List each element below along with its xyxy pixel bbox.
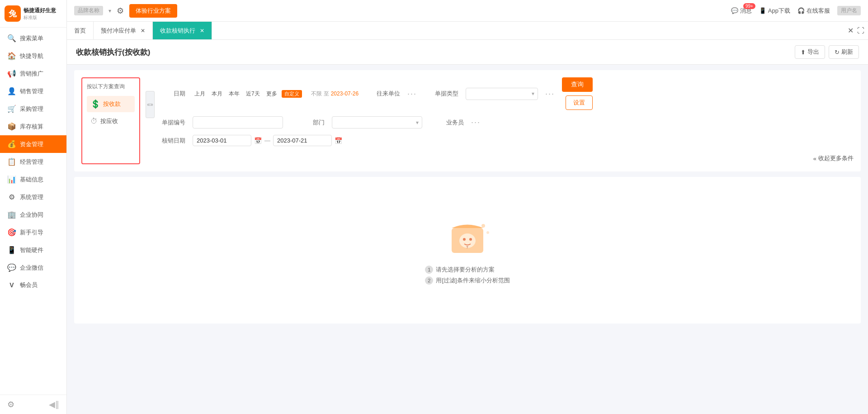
dept-select-wrapper xyxy=(332,116,422,128)
calendar-end-icon[interactable]: 📅 xyxy=(335,137,342,144)
date-more[interactable]: 更多 xyxy=(264,89,279,99)
logo-icon: 兔 xyxy=(5,5,21,22)
empty-illustration: ? xyxy=(440,213,495,258)
app-download-button[interactable]: 📱 App下载 xyxy=(759,7,790,15)
sidebar-item-search[interactable]: 🔍 搜索菜单 xyxy=(0,29,66,47)
operation-icon: 📋 xyxy=(7,157,16,166)
member-icon: V xyxy=(7,281,16,289)
partner-dots-btn[interactable]: ··· xyxy=(407,89,417,99)
sidebar-item-hardware[interactable]: 📱 智能硬件 xyxy=(0,241,66,259)
sidebar-item-collab[interactable]: 🏢 企业协同 xyxy=(0,206,66,224)
fullscreen-icon[interactable]: ⛶ xyxy=(857,27,864,35)
tab-prepay[interactable]: 预付冲应付单 ✕ xyxy=(94,22,153,39)
empty-svg: ? xyxy=(443,214,492,257)
verify-date-start-input[interactable] xyxy=(193,135,251,146)
sidebar-item-operation[interactable]: 📋 经营管理 xyxy=(0,153,66,171)
filter-row-3: 核销日期 📅 — 📅 xyxy=(160,135,854,146)
query-button[interactable]: 查询 xyxy=(562,77,593,92)
export-button[interactable]: ⬆ 导出 xyxy=(795,45,825,59)
filter-buttons: 查询 设置 xyxy=(562,77,593,110)
calendar-start-icon[interactable]: 📅 xyxy=(254,137,262,144)
tabbar-actions: ✕ ⛶ xyxy=(844,22,868,39)
sidebar-item-inventory[interactable]: 📦 库存核算 xyxy=(0,118,66,135)
filter-option-receivable[interactable]: ⏱ 按应收 xyxy=(87,114,135,128)
partner-label: 往来单位 xyxy=(375,90,400,98)
date-this-month[interactable]: 本月 xyxy=(210,89,224,99)
tab-home[interactable]: 首页 xyxy=(67,22,94,39)
svg-point-3 xyxy=(469,238,472,241)
collab-icon: 🏢 xyxy=(7,210,16,219)
collapse-sidebar-btn[interactable]: ◀‖ xyxy=(49,400,59,409)
close-prepay-tab-icon[interactable]: ✕ xyxy=(141,28,145,34)
brand-text: 品牌名称 xyxy=(74,6,103,15)
bill-no-input[interactable] xyxy=(193,116,283,128)
close-collection-tab-icon[interactable]: ✕ xyxy=(200,28,204,34)
sidebar-item-finance[interactable]: 💰 资金管理 xyxy=(0,135,66,153)
refresh-button[interactable]: ↻ 刷新 xyxy=(829,45,859,59)
bill-no-label: 单据编号 xyxy=(160,119,185,127)
date-to-text: 至 xyxy=(324,90,329,98)
collapse-icon: «» xyxy=(147,101,153,108)
bill-type-dots-btn[interactable]: ··· xyxy=(545,89,555,99)
gear-icon[interactable]: ⚙ xyxy=(117,6,124,16)
svg-text:?: ? xyxy=(466,245,468,249)
empty-tip-2: 2 用[过滤]条件来缩小分析范围 xyxy=(425,276,509,285)
filter-collapse-button[interactable]: «» xyxy=(146,91,155,118)
verify-date-range: 📅 — 📅 xyxy=(193,135,342,146)
sidebar-item-member[interactable]: V 畅会员 xyxy=(0,276,66,294)
empty-tips: 1 请先选择要分析的方案 2 用[过滤]条件来缩小分析范围 xyxy=(425,266,509,287)
page-actions: ⬆ 导出 ↻ 刷新 xyxy=(795,45,859,59)
date-custom-badge[interactable]: 自定义 xyxy=(282,90,302,98)
dept-select[interactable] xyxy=(332,116,422,128)
date-this-year[interactable]: 本年 xyxy=(227,89,241,99)
collection-icon: 💲 xyxy=(90,99,100,109)
basic-icon: 📊 xyxy=(7,175,16,184)
message-badge: 99+ xyxy=(743,3,755,9)
staff-dots-btn[interactable]: ··· xyxy=(471,118,481,127)
filter-settings-button[interactable]: 设置 xyxy=(566,95,593,110)
filter-row-1: 日期 上月 本月 本年 近7天 更多 自定义 不限 至 2023-07-26 xyxy=(160,77,854,110)
online-service-button[interactable]: 🎧 在线客服 xyxy=(797,7,830,15)
sidebar-nav: 🔍 搜索菜单 🏠 快捷导航 📢 营销推广 👤 销售管理 🛒 采购管理 📦 库存核… xyxy=(0,28,66,395)
filter-option-collection[interactable]: 💲 按收款 xyxy=(87,96,135,112)
hardware-icon: 📱 xyxy=(7,246,16,254)
sidebar-item-wecom[interactable]: 💬 企业微信 xyxy=(0,259,66,276)
search-icon: 🔍 xyxy=(7,34,16,43)
sidebar-item-marketing[interactable]: 📢 营销推广 xyxy=(0,65,66,82)
sidebar-item-quick-nav[interactable]: 🏠 快捷导航 xyxy=(0,47,66,65)
sidebar-item-guide[interactable]: 🎯 新手引导 xyxy=(0,224,66,241)
finance-icon: 💰 xyxy=(7,140,16,148)
tabbar: 首页 预付冲应付单 ✕ 收款核销执行 ✕ ✕ ⛶ xyxy=(67,22,868,40)
filter-right-panel: 日期 上月 本月 本年 近7天 更多 自定义 不限 至 2023-07-26 xyxy=(160,77,854,164)
date-label: 日期 xyxy=(160,90,185,98)
sidebar-bottom: ⚙ ◀‖ xyxy=(0,395,66,414)
settings-bottom-icon[interactable]: ⚙ xyxy=(7,400,14,409)
topbar-right: 💬 消息 99+ 📱 App下载 🎧 在线客服 用户名 xyxy=(731,6,861,15)
sidebar-item-system[interactable]: ⚙ 系统管理 xyxy=(0,188,66,206)
more-conditions-toggle[interactable]: « 收起更多条件 xyxy=(160,152,854,164)
solution-button[interactable]: 体验行业方案 xyxy=(129,4,177,18)
refresh-icon: ↻ xyxy=(835,49,840,56)
sidebar-item-purchase[interactable]: 🛒 采购管理 xyxy=(0,100,66,118)
verify-date-end-input[interactable] xyxy=(273,135,332,146)
sidebar-item-basic[interactable]: 📊 基础信息 xyxy=(0,171,66,188)
tab-collection[interactable]: 收款核销执行 ✕ xyxy=(153,22,212,39)
sidebar-item-sales[interactable]: 👤 销售管理 xyxy=(0,82,66,100)
date-7days[interactable]: 近7天 xyxy=(244,89,262,99)
date-filter-options: 上月 本月 本年 近7天 更多 自定义 xyxy=(193,89,302,99)
export-icon: ⬆ xyxy=(801,49,806,56)
system-icon: ⚙ xyxy=(7,193,16,201)
bill-type-select[interactable] xyxy=(466,88,538,100)
user-avatar[interactable]: 用户名 xyxy=(837,6,861,15)
svg-point-2 xyxy=(463,238,466,241)
marketing-icon: 📢 xyxy=(7,69,16,78)
empty-tip-1: 1 请先选择要分析的方案 xyxy=(425,266,509,274)
close-tab-icon[interactable]: ✕ xyxy=(848,26,854,35)
guide-icon: 🎯 xyxy=(7,228,16,237)
app-icon: 📱 xyxy=(759,7,766,14)
topbar: 品牌名称 ▾ ⚙ 体验行业方案 💬 消息 99+ 📱 App下载 🎧 在线客服 … xyxy=(67,0,868,22)
date-last-month[interactable]: 上月 xyxy=(193,89,207,99)
filter-panel-title: 按以下方案查询 xyxy=(87,83,135,90)
chevron-down-icon[interactable]: ▾ xyxy=(108,8,111,14)
message-button[interactable]: 💬 消息 99+ xyxy=(731,7,752,15)
